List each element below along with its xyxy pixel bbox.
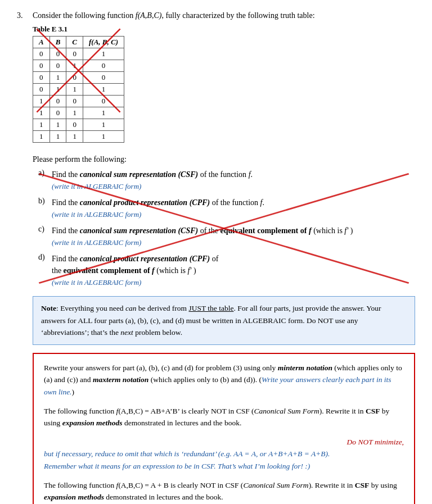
table-cell: 0 [33,48,50,60]
sub-item-a: a) Find the canonical sum representation… [38,169,415,192]
table-cell: 0 [83,96,124,107]
note-text2: be derived from [136,304,188,312]
red-para-2: The following function f(A,B,C) = AB+A’B… [44,405,404,429]
table-cell: 1 [83,107,124,119]
table-cell: 1 [66,131,83,143]
truth-table: A B C f(A, B, C) 00010010010001111000101… [33,36,124,143]
table-cell: 0 [66,72,83,84]
table-cell: 1 [33,96,50,107]
sub-items-section: a) Find the canonical sum representation… [33,169,415,288]
table-row: 1000 [33,96,124,107]
col-header-fabc: f(A, B, C) [83,37,124,48]
col-header-b: B [50,37,66,48]
table-row: 0001 [33,48,124,60]
table-cell: 1 [66,107,83,119]
next-italic: next [120,328,133,337]
table-cell: 1 [50,72,66,84]
note-text1: : Everything you need [56,304,125,312]
just-table: JUST the table [188,304,233,312]
table-cell: 1 [50,131,66,143]
table-cell: 1 [66,84,83,96]
red-para-1: Rewrite your answers for part (a), (b), … [44,362,404,398]
table-cell: 0 [33,72,50,84]
sub-text-a: Find the canonical sum representation (C… [52,169,253,192]
sub-label-b: b) [38,197,48,206]
note-box: Note: Everything you need can be derived… [33,296,415,345]
col-header-a: A [33,37,50,48]
table-cell: 1 [66,60,83,72]
red-para-3: The following function f(A,B,C) = A + B … [44,479,404,503]
truth-table-wrapper: Table E 3.1 A B C f(A, B, C) 00010010010… [33,25,124,149]
table-label: Table E 3.1 [33,25,124,34]
table-cell: 1 [50,119,66,131]
table-cell: 1 [83,84,124,96]
table-cell: 0 [83,60,124,72]
table-row: 1111 [33,131,124,143]
question-container: 3. Consider the following function f(A,B… [17,11,415,504]
red-do-not-1: Do NOT minimize, but if necessary, reduc… [44,436,404,473]
table-cell: 1 [33,107,50,119]
blue-italic-1: but if necessary, reduce to omit that wh… [44,449,330,458]
sub-text-b: Find the canonical product representatio… [52,197,264,220]
note-text4: problem below. [133,328,182,337]
sub-text-c: Find the canonical sum representation (C… [52,225,353,248]
table-cell: 0 [66,96,83,107]
red-box: Rewrite your answers for part (a), (b), … [33,353,415,504]
table-cell: 1 [33,119,50,131]
sub-label-d: d) [38,253,48,262]
sub-item-d: d) Find the canonical product representa… [38,253,415,288]
table-cell: 1 [83,131,124,143]
truth-table-body: 00010010010001111000101111011111 [33,48,124,143]
table-cell: 0 [33,84,50,96]
table-row: 0010 [33,60,124,72]
question-intro: Consider the following function f(A,B,C)… [33,11,415,20]
sub-text-d: Find the canonical product representatio… [52,253,218,288]
table-cell: 1 [33,131,50,143]
sub-item-c: c) Find the canonical sum representation… [38,225,415,248]
sub-item-b: b) Find the canonical product representa… [38,197,415,220]
blue-italic-2: Remember what it means for an expression… [44,462,310,470]
do-not-minimize-1: Do NOT minimize, [44,436,404,448]
col-header-c: C [66,37,83,48]
table-cell: 0 [83,72,124,84]
table-cell: 0 [50,48,66,60]
table-row: 1011 [33,107,124,119]
table-cell: 1 [83,119,124,131]
table-row: 0100 [33,72,124,84]
table-row: 0111 [33,84,124,96]
table-cell: 0 [66,119,83,131]
table-cell: 0 [66,48,83,60]
question-content: Consider the following function f(A,B,C)… [33,11,415,504]
table-cell: 1 [83,48,124,60]
question-number: 3. [17,11,28,504]
table-cell: 0 [50,96,66,107]
sub-items-list: a) Find the canonical sum representation… [33,169,415,288]
table-cell: 1 [50,84,66,96]
can-italic: can [125,304,137,312]
sub-label-a: a) [38,169,48,178]
table-cell: 0 [50,60,66,72]
note-bold: Note [41,304,56,312]
table-cell: 0 [33,60,50,72]
table-row: 1101 [33,119,124,131]
please-perform: Please perform the following: [33,155,415,164]
sub-label-c: c) [38,225,48,234]
table-cell: 0 [50,107,66,119]
